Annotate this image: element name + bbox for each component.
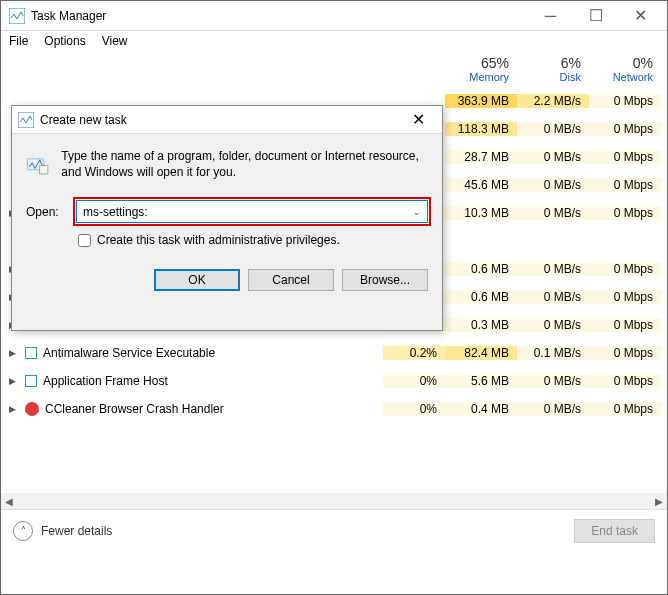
cell-net: 0 Mbps xyxy=(589,206,661,220)
cell-mem: 0.6 MB xyxy=(445,290,517,304)
process-name: Antimalware Service Executable xyxy=(43,346,215,360)
process-row[interactable]: ▶CCleaner Browser Crash Handler0%0.4 MB0… xyxy=(1,395,667,423)
cell-disk: 0.1 MB/s xyxy=(517,346,589,360)
cell-disk: 0 MB/s xyxy=(517,374,589,388)
cell-disk: 0 MB/s xyxy=(517,318,589,332)
browse-button[interactable]: Browse... xyxy=(342,269,428,291)
column-headers: 65% Memory 6% Disk 0% Network xyxy=(1,51,667,87)
cell-mem: 45.6 MB xyxy=(445,178,517,192)
process-name: Application Frame Host xyxy=(43,374,168,388)
minimize-button[interactable]: ─ xyxy=(528,1,573,31)
cell-net: 0 Mbps xyxy=(589,94,661,108)
process-row[interactable]: ▶Antimalware Service Executable0.2%82.4 … xyxy=(1,339,667,367)
scroll-left-icon[interactable]: ◀ xyxy=(1,493,17,509)
scroll-right-icon[interactable]: ▶ xyxy=(651,493,667,509)
process-name: CCleaner Browser Crash Handler xyxy=(45,402,224,416)
expand-chevron-icon[interactable]: ▶ xyxy=(9,404,19,414)
cell-disk: 0 MB/s xyxy=(517,122,589,136)
maximize-button[interactable]: ☐ xyxy=(573,1,618,31)
cell-mem: 0.6 MB xyxy=(445,262,517,276)
cell-mem: 0.3 MB xyxy=(445,318,517,332)
cell-mem: 363.9 MB xyxy=(445,94,517,108)
admin-privileges-label: Create this task with administrative pri… xyxy=(97,233,340,247)
cell-net: 0 Mbps xyxy=(589,318,661,332)
app-icon xyxy=(25,347,37,359)
cell-net: 0 Mbps xyxy=(589,178,661,192)
menu-bar: File Options View xyxy=(1,31,667,51)
cell-mem: 10.3 MB xyxy=(445,206,517,220)
open-combobox-value: ms-settings: xyxy=(83,205,148,219)
cell-net: 0 Mbps xyxy=(589,346,661,360)
dialog-close-button[interactable]: ✕ xyxy=(400,110,436,129)
taskmgr-icon xyxy=(9,8,25,24)
taskmgr-icon xyxy=(18,112,34,128)
column-cpu[interactable] xyxy=(383,51,445,87)
chevron-down-icon[interactable]: ⌄ xyxy=(413,207,421,217)
dialog-title-bar: Create new task ✕ xyxy=(12,106,442,134)
chevron-up-icon: ˄ xyxy=(13,521,33,541)
column-memory[interactable]: 65% Memory xyxy=(445,51,517,87)
cell-mem: 0.4 MB xyxy=(445,402,517,416)
window-title: Task Manager xyxy=(31,9,528,23)
run-program-icon xyxy=(26,148,49,182)
cell-net: 0 Mbps xyxy=(589,374,661,388)
cell-net: 0 Mbps xyxy=(589,262,661,276)
menu-file[interactable]: File xyxy=(9,34,28,48)
footer-bar: ˄ Fewer details End task xyxy=(1,509,667,551)
end-task-button[interactable]: End task xyxy=(574,519,655,543)
cell-mem: 5.6 MB xyxy=(445,374,517,388)
cell-disk: 2.2 MB/s xyxy=(517,94,589,108)
cell-mem: 28.7 MB xyxy=(445,150,517,164)
cell-disk: 0 MB/s xyxy=(517,290,589,304)
open-label: Open: xyxy=(26,205,66,219)
cell-net: 0 Mbps xyxy=(589,122,661,136)
process-row[interactable]: ▶Application Frame Host0%5.6 MB0 MB/s0 M… xyxy=(1,367,667,395)
cell-mem: 82.4 MB xyxy=(445,346,517,360)
open-combobox[interactable]: ms-settings: ⌄ xyxy=(76,200,428,223)
menu-view[interactable]: View xyxy=(102,34,128,48)
svg-rect-3 xyxy=(40,166,48,174)
close-button[interactable]: ✕ xyxy=(618,1,663,31)
cell-cpu: 0.2% xyxy=(383,346,445,360)
dialog-title: Create new task xyxy=(40,113,400,127)
cancel-button[interactable]: Cancel xyxy=(248,269,334,291)
ok-button[interactable]: OK xyxy=(154,269,240,291)
cell-disk: 0 MB/s xyxy=(517,402,589,416)
title-bar: Task Manager ─ ☐ ✕ xyxy=(1,1,667,31)
cell-net: 0 Mbps xyxy=(589,402,661,416)
cell-mem: 118.3 MB xyxy=(445,122,517,136)
app-icon xyxy=(25,402,39,416)
expand-chevron-icon[interactable]: ▶ xyxy=(9,376,19,386)
cell-disk: 0 MB/s xyxy=(517,206,589,220)
create-new-task-dialog: Create new task ✕ Type the name of a pro… xyxy=(11,105,443,331)
cell-net: 0 Mbps xyxy=(589,150,661,164)
column-disk[interactable]: 6% Disk xyxy=(517,51,589,87)
content-area: 65% Memory 6% Disk 0% Network 363.9 MB2.… xyxy=(1,51,667,551)
cell-cpu: 0% xyxy=(383,374,445,388)
cell-disk: 0 MB/s xyxy=(517,150,589,164)
horizontal-scrollbar[interactable]: ◀ ▶ xyxy=(1,493,667,509)
dialog-prompt-text: Type the name of a program, folder, docu… xyxy=(61,148,428,180)
cell-disk: 0 MB/s xyxy=(517,262,589,276)
cell-net: 0 Mbps xyxy=(589,290,661,304)
expand-chevron-icon[interactable]: ▶ xyxy=(9,348,19,358)
fewer-details-button[interactable]: ˄ Fewer details xyxy=(13,521,112,541)
admin-privileges-checkbox[interactable] xyxy=(78,234,91,247)
cell-disk: 0 MB/s xyxy=(517,178,589,192)
menu-options[interactable]: Options xyxy=(44,34,85,48)
app-icon xyxy=(25,375,37,387)
column-network[interactable]: 0% Network xyxy=(589,51,661,87)
cell-cpu: 0% xyxy=(383,402,445,416)
